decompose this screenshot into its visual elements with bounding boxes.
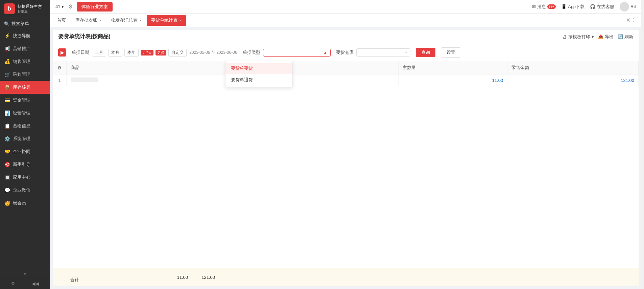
- tabs-right: ✕ ⛶: [626, 17, 639, 23]
- page-header: 要货单统计表(按商品) 🖨 按模板打印 ▾ 📤 导出 🔄 刷新: [53, 30, 639, 44]
- sidebar-collapse-btn[interactable]: ◀◀: [32, 281, 39, 286]
- quick-nav-icon: ⚡: [4, 33, 10, 39]
- main-content: 41 ▾ ⚙ 体验行业方案 ✉ 消息 99+ 📱 App下载 🎧 在线客服 R: [50, 0, 641, 289]
- tab-close-receive-summary[interactable]: ×: [139, 18, 141, 22]
- header-gear-btn[interactable]: ⚙: [68, 3, 73, 10]
- footer-amount: 121.00: [192, 275, 219, 280]
- type-select[interactable]: ▲: [263, 49, 331, 57]
- top-header: 41 ▾ ⚙ 体验行业方案 ✉ 消息 99+ 📱 App下载 🎧 在线客服 R: [50, 0, 641, 14]
- operations-icon: 📊: [4, 110, 10, 116]
- sidebar-item-members[interactable]: 👑 畅会员: [0, 197, 50, 209]
- dropdown-item-return-order[interactable]: 要货单退货: [225, 74, 292, 86]
- inventory-icon: 📦: [4, 84, 10, 90]
- members-icon: 👑: [4, 200, 10, 206]
- page-header-actions: 🖨 按模板打印 ▾ 📤 导出 🔄 刷新: [563, 34, 633, 40]
- tab-receive-summary[interactable]: 收发存汇总表 ×: [106, 15, 146, 26]
- sidebar-item-app-center[interactable]: 🔲 应用中心: [0, 171, 50, 184]
- sidebar-item-operations[interactable]: 📊 经营管理: [0, 107, 50, 119]
- sidebar-item-guide[interactable]: 🎯 新手引导: [0, 158, 50, 171]
- export-btn[interactable]: 📤 导出: [598, 34, 614, 40]
- sidebar-footer: ⚙ ◀◀: [0, 278, 50, 289]
- filter-expand-btn[interactable]: ▶: [58, 48, 66, 57]
- col-product: 商品: [66, 61, 245, 74]
- warehouse-select[interactable]: ···: [356, 48, 410, 57]
- sidebar-item-basic-info[interactable]: 📋 基础信息: [0, 119, 50, 132]
- table-row: 1 块 11.00 121.00: [53, 74, 639, 86]
- tab-batch-account[interactable]: 库存批次账 ×: [71, 15, 106, 26]
- right-resize-handle[interactable]: · · ·: [641, 0, 644, 289]
- settings-btn[interactable]: 设置: [441, 47, 461, 58]
- sidebar-settings-btn[interactable]: ⚙: [11, 281, 15, 286]
- cell-product: [66, 74, 245, 86]
- sidebar-item-inventory[interactable]: 📦 库存核算: [0, 81, 50, 94]
- export-icon: 📤: [598, 34, 603, 39]
- trial-btn[interactable]: 体验行业方案: [77, 2, 113, 12]
- more-dates-btn[interactable]: 更多: [156, 50, 166, 55]
- sidebar-nav: ⚡ 快捷导航 📢 营销推广 💰 销售管理 🛒 采购管理 📦 库存核算 💳 资金管…: [0, 29, 50, 270]
- print-dropdown-icon: ▾: [592, 34, 594, 39]
- store-selector[interactable]: 41 ▾: [55, 4, 64, 9]
- tab-home[interactable]: 首页: [53, 15, 70, 26]
- this-year-btn[interactable]: 本年: [124, 49, 139, 57]
- warehouse-filter-label: 要货仓库: [336, 49, 354, 55]
- sidebar-item-enterprise-wechat[interactable]: 💬 企业微信: [0, 184, 50, 197]
- table-container: ⚙ 商品 主计量单位 主数量 零售金额 1: [53, 61, 639, 268]
- col-quantity: 主数量: [398, 61, 507, 74]
- fullscreen-btn[interactable]: ⛶: [633, 17, 639, 23]
- page-title: 要货单统计表(按商品): [58, 33, 111, 40]
- tab-order-stats[interactable]: 要货单统计表 ×: [147, 15, 186, 26]
- headset-icon: 🎧: [590, 4, 595, 9]
- cell-no: 1: [53, 74, 66, 86]
- search-menu[interactable]: 🔍 搜索菜单: [0, 18, 50, 29]
- sidebar-item-finance[interactable]: 💳 资金管理: [0, 94, 50, 107]
- refresh-btn[interactable]: 🔄 刷新: [618, 34, 633, 40]
- type-dropdown: 要货单要货 要货单退货: [225, 61, 293, 87]
- footer-label: 合计: [57, 272, 124, 283]
- print-icon: 🖨: [563, 34, 567, 39]
- app-download-btn[interactable]: 📱 App下载: [561, 4, 585, 10]
- app-logo: b 畅捷通好生意 标准版: [0, 0, 50, 18]
- recent7-btn[interactable]: 近7天: [141, 50, 153, 55]
- dropdown-item-purchase-order[interactable]: 要货单要货: [225, 63, 292, 74]
- user-profile[interactable]: Rit: [620, 2, 636, 12]
- sidebar-item-sales[interactable]: 💰 销售管理: [0, 55, 50, 68]
- close-all-tabs-btn[interactable]: ✕: [626, 17, 630, 23]
- sidebar-item-system[interactable]: ⚙️ 系统管理: [0, 132, 50, 145]
- sidebar-item-quick-nav[interactable]: ⚡ 快捷导航: [0, 29, 50, 42]
- last-month-btn[interactable]: 上月: [92, 49, 106, 57]
- col-amount: 零售金额: [507, 61, 639, 74]
- col-settings[interactable]: ⚙: [53, 61, 66, 74]
- table-footer: 合计 11.00 121.00: [53, 268, 639, 286]
- header-right: ✉ 消息 99+ 📱 App下载 🎧 在线客服 Rit: [532, 2, 636, 12]
- cell-quantity: 11.00: [398, 74, 507, 86]
- custom-date-btn[interactable]: 自定义: [168, 49, 187, 57]
- messages-btn[interactable]: ✉ 消息 99+: [532, 4, 556, 10]
- logo-text: 畅捷通好生意 标准版: [18, 4, 42, 14]
- marketing-icon: 📢: [4, 46, 10, 52]
- sidebar-item-enterprise[interactable]: 🤝 企业协同: [0, 145, 50, 158]
- date-filter-group: 单据日期 上月 本月 本年 近7天 更多 自定义 2023-05-06 至 20…: [72, 49, 237, 57]
- warehouse-more-btn[interactable]: ···: [403, 50, 407, 55]
- filter-bar: ▶ 单据日期 上月 本月 本年 近7天 更多 自定义 2023-05-06 至 …: [53, 44, 639, 61]
- sidebar-item-marketing[interactable]: 📢 营销推广: [0, 42, 50, 55]
- type-filter-group: 单据类型 ▲: [243, 49, 331, 57]
- online-service-btn[interactable]: 🎧 在线客服: [590, 4, 614, 10]
- message-icon: ✉: [532, 4, 536, 9]
- this-month-btn[interactable]: 本月: [108, 49, 122, 57]
- tab-close-order-stats[interactable]: ×: [180, 18, 182, 22]
- tab-close-batch-account[interactable]: ×: [99, 18, 101, 22]
- guide-icon: 🎯: [4, 161, 10, 168]
- print-btn[interactable]: 🖨 按模板打印 ▾: [563, 34, 594, 40]
- date-shortcuts: 上月 本月 本年 近7天 更多 自定义: [92, 49, 187, 57]
- sidebar-scroll-down[interactable]: ▼: [0, 270, 50, 278]
- query-btn[interactable]: 查询: [416, 48, 435, 57]
- sidebar: b 畅捷通好生意 标准版 🔍 搜索菜单 ⚡ 快捷导航 📢 营销推广 💰 销售管理…: [0, 0, 50, 289]
- sidebar-item-purchase[interactable]: 🛒 采购管理: [0, 68, 50, 81]
- tabs-bar: 首页 库存批次账 × 收发存汇总表 × 要货单统计表 × ✕ ⛶: [50, 14, 641, 27]
- enterprise-icon: 🤝: [4, 149, 10, 155]
- cell-amount: 121.00: [507, 74, 639, 86]
- date-range-display: 2023-05-06 至 2023-06-06: [189, 50, 237, 55]
- store-dropdown-icon: ▾: [62, 4, 64, 9]
- inner-page: 要货单统计表(按商品) 🖨 按模板打印 ▾ 📤 导出 🔄 刷新: [53, 30, 639, 286]
- footer-quantity: 11.00: [165, 275, 192, 280]
